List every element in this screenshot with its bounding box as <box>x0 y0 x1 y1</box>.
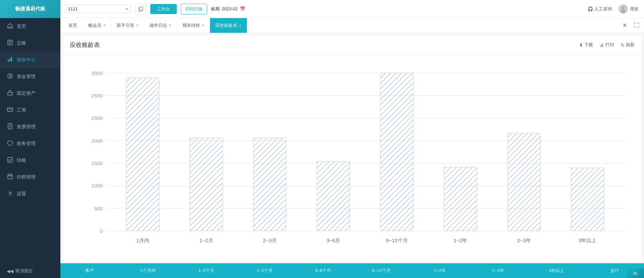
tab-guide[interactable]: 新手引导× <box>111 18 144 33</box>
sidebar-item-reports[interactable]: 报表中心 <box>0 52 60 68</box>
sidebar-label-ledger: 总账 <box>17 40 26 46</box>
period-area: 账期 2023-02 📅 <box>211 6 245 12</box>
tab-label-aging: 应收账龄表 <box>215 22 237 28</box>
main-layout: 首页 总账 报表中心 资金管理 固定资产 工资 发票管理 税务管理 结账 归档管… <box>0 18 644 278</box>
page-title: 应收账龄表 <box>70 41 100 49</box>
sidebar-item-ledger[interactable]: 总账 <box>0 35 60 52</box>
table-col-header: 客户 <box>60 268 119 274</box>
svg-rect-20 <box>8 176 12 179</box>
switch-version-button[interactable]: 切到旧版 <box>181 4 207 14</box>
settings-icon <box>7 190 13 198</box>
download-button[interactable]: ⬇ 下载 <box>579 42 593 48</box>
archive-icon <box>7 173 13 181</box>
sidebar-pin-toggle[interactable]: ◀◀ 取消固定 <box>0 264 60 278</box>
sidebar-label-settings: 设置 <box>17 191 26 197</box>
ai-badge[interactable]: Ai <box>627 269 644 278</box>
tab-close-period-end[interactable]: × <box>202 23 204 28</box>
page-header: 应收账龄表 ⬇ 下载 🖨 打印 ↻ 刷新 <box>63 36 641 55</box>
workbench-button[interactable]: 工作台 <box>150 4 177 14</box>
table-col-header: 2~3年 <box>469 268 527 274</box>
headset-icon: 🎧 <box>588 6 593 11</box>
logo-text: 畅捷通易代账 <box>15 6 45 12</box>
user-name: 用友 <box>630 6 639 12</box>
download-icon: ⬇ <box>579 43 583 48</box>
sidebar-item-assets[interactable]: 固定资产 <box>0 85 60 102</box>
avatar <box>619 4 628 14</box>
period-label: 账期 <box>211 6 220 12</box>
tab-member[interactable]: 畅会员× <box>83 18 111 33</box>
company-selector[interactable]: 1111 ▾ <box>64 5 131 13</box>
print-button[interactable]: 🖨 打印 <box>600 42 614 48</box>
table-header: 客户1个月内1~2个月2~3个月3~6个月6~12个月1~2年2~3年3年以上合… <box>60 263 644 278</box>
sidebar-label-invoice: 发票管理 <box>17 124 36 130</box>
svg-point-2 <box>622 7 625 9</box>
tab-label-member: 畅会员 <box>88 22 101 28</box>
svg-text:2500: 2500 <box>91 115 103 121</box>
svg-rect-1 <box>140 7 143 10</box>
page-actions: ⬇ 下载 🖨 打印 ↻ 刷新 <box>579 42 635 48</box>
svg-rect-47 <box>571 168 604 231</box>
tabs-bar: 首页畅会员×新手引导×操作日志×期末结转×应收账龄表× ✕ ⛶ <box>60 18 644 33</box>
close-all-button[interactable]: ✕ <box>620 21 629 30</box>
company-name: 1111 <box>68 6 123 11</box>
funds-icon <box>7 73 13 80</box>
tab-close-aging[interactable]: × <box>239 23 241 28</box>
tax-icon <box>7 140 13 147</box>
user-area[interactable]: 用友 <box>619 4 639 14</box>
table-col-header: 1个月内 <box>119 268 177 274</box>
sidebar-item-checkout[interactable]: 结账 <box>0 152 60 169</box>
header-right: 🎧 人工咨询 用友 <box>588 4 639 14</box>
sidebar-item-salary[interactable]: 工资 <box>0 102 60 119</box>
tab-label-log: 操作日志 <box>150 22 167 28</box>
pin-icon: ◀◀ <box>7 269 13 274</box>
svg-rect-45 <box>444 167 477 231</box>
content-area: 首页畅会员×新手引导×操作日志×期末结转×应收账龄表× ✕ ⛶ 应收账龄表 ⬇ … <box>60 18 644 278</box>
svg-rect-12 <box>8 92 12 95</box>
page-content: 应收账龄表 ⬇ 下载 🖨 打印 ↻ 刷新 <box>63 36 641 261</box>
refresh-button[interactable]: ↻ 刷新 <box>621 42 635 48</box>
svg-text:6~12个月: 6~12个月 <box>386 237 408 243</box>
support-link[interactable]: 🎧 人工咨询 <box>588 6 612 12</box>
sidebar-item-tax[interactable]: 税务管理 <box>0 135 60 152</box>
sidebar-item-settings[interactable]: 设置 <box>0 186 60 202</box>
checkout-icon <box>7 157 13 164</box>
tab-aging[interactable]: 应收账龄表× <box>210 18 247 33</box>
svg-text:1000: 1000 <box>91 183 103 189</box>
calendar-icon[interactable]: 📅 <box>240 6 245 11</box>
sidebar-label-archive: 归档管理 <box>17 174 36 180</box>
tab-period-end[interactable]: 期末结转× <box>177 18 210 33</box>
chevron-down-icon: ▾ <box>126 7 128 11</box>
sidebar-label-salary: 工资 <box>17 107 26 113</box>
tab-label-guide: 新手引导 <box>117 22 134 28</box>
ledger-icon <box>7 40 13 47</box>
svg-rect-42 <box>253 138 286 231</box>
maximize-button[interactable]: ⛶ <box>632 21 641 30</box>
tab-label-home: 首页 <box>68 22 77 28</box>
svg-text:2500: 2500 <box>91 70 103 76</box>
copy-icon[interactable] <box>136 4 146 14</box>
tab-close-member[interactable]: × <box>103 23 106 28</box>
table-col-header: 3~6个月 <box>294 268 352 274</box>
sidebar-label-funds: 资金管理 <box>17 74 36 80</box>
svg-text:2~3年: 2~3年 <box>517 237 531 243</box>
svg-rect-9 <box>9 58 10 62</box>
svg-point-22 <box>9 193 11 194</box>
table-col-header: 6~12个月 <box>352 268 411 274</box>
tab-close-log[interactable]: × <box>169 23 171 28</box>
sidebar-item-funds[interactable]: 资金管理 <box>0 68 60 85</box>
svg-rect-13 <box>7 108 13 112</box>
tab-close-guide[interactable]: × <box>136 23 139 28</box>
chart-area: 2500 2500 2500 2000 1500 1000 500 0 <box>63 55 641 261</box>
tab-home[interactable]: 首页 <box>63 18 83 33</box>
svg-rect-8 <box>8 60 9 62</box>
svg-text:3~6月: 3~6月 <box>326 237 340 243</box>
sidebar-scroll: 首页 总账 报表中心 资金管理 固定资产 工资 发票管理 税务管理 结账 归档管… <box>0 18 60 264</box>
svg-rect-19 <box>8 157 12 162</box>
sidebar-item-home[interactable]: 首页 <box>0 18 60 35</box>
svg-rect-10 <box>11 57 12 62</box>
sidebar-item-archive[interactable]: 归档管理 <box>0 169 60 186</box>
tab-log[interactable]: 操作日志× <box>144 18 177 33</box>
assets-icon <box>7 90 13 97</box>
sidebar-item-invoice[interactable]: 发票管理 <box>0 119 60 135</box>
table-col-header: 3年以上 <box>527 268 586 274</box>
